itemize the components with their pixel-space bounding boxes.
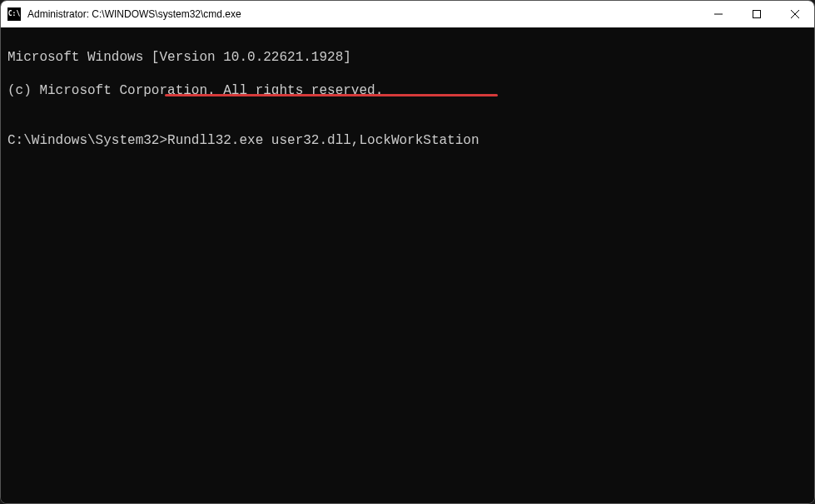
terminal-command: Rundll32.exe user32.dll,LockWorkStation xyxy=(167,133,479,148)
titlebar[interactable]: C:\ Administrator: C:\WINDOWS\system32\c… xyxy=(1,1,814,27)
window-controls xyxy=(699,1,814,27)
terminal-body[interactable]: Microsoft Windows [Version 10.0.22621.19… xyxy=(1,27,814,503)
minimize-icon xyxy=(714,10,723,18)
cmd-window: C:\ Administrator: C:\WINDOWS\system32\c… xyxy=(0,0,815,504)
red-underline-annotation xyxy=(165,94,498,96)
maximize-button[interactable] xyxy=(738,1,776,27)
svg-rect-1 xyxy=(753,11,761,18)
terminal-line-version: Microsoft Windows [Version 10.0.22621.19… xyxy=(7,49,808,66)
terminal-line-copyright: (c) Microsoft Corporation. All rights re… xyxy=(7,82,808,99)
close-icon xyxy=(791,10,799,18)
minimize-button[interactable] xyxy=(699,1,738,27)
terminal-prompt: C:\Windows\System32> xyxy=(7,133,167,148)
maximize-icon xyxy=(753,10,761,18)
cmd-icon: C:\ xyxy=(7,7,21,21)
terminal-prompt-line: C:\Windows\System32>Rundll32.exe user32.… xyxy=(7,132,480,149)
window-title: Administrator: C:\WINDOWS\system32\cmd.e… xyxy=(27,8,699,20)
close-button[interactable] xyxy=(776,1,814,27)
